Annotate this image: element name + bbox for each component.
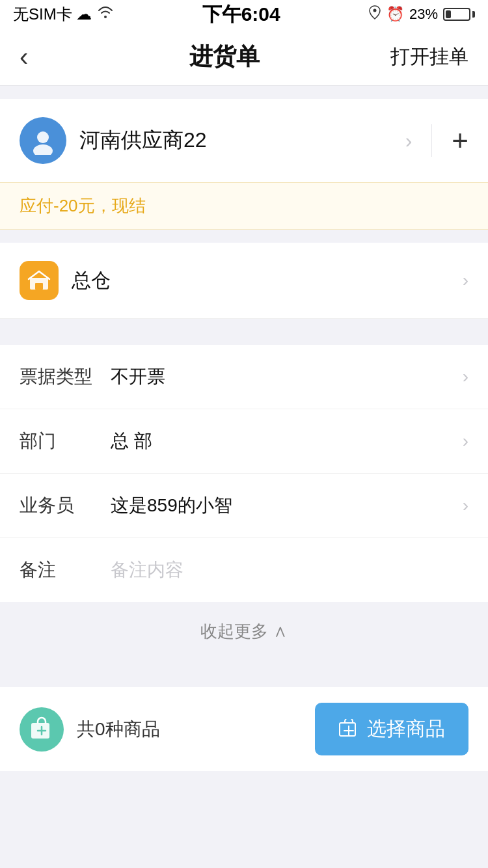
page-title: 进货单	[189, 41, 260, 73]
form-section: 票据类型 不开票 › 部门 总 部 › 业务员 这是859的小智 › 备注 备注…	[0, 345, 488, 602]
wifi-icon	[97, 6, 114, 23]
status-time: 下午6:04	[202, 1, 280, 28]
department-value: 总 部	[111, 429, 463, 454]
bottom-section: 共0种商品 选择商品	[0, 687, 488, 771]
svg-rect-4	[35, 283, 43, 290]
gap-3	[0, 319, 488, 332]
department-label: 部门	[20, 429, 111, 454]
supplier-row[interactable]: 河南供应商22 › +	[0, 99, 488, 182]
select-product-icon	[338, 719, 359, 740]
warehouse-name: 总仓	[72, 267, 463, 294]
svg-point-1	[37, 131, 49, 143]
back-button[interactable]: ‹	[20, 42, 59, 72]
divider	[431, 124, 432, 157]
select-product-label: 选择商品	[367, 716, 445, 742]
invoice-type-chevron-icon: ›	[463, 366, 468, 387]
supplier-avatar	[20, 117, 66, 164]
salesperson-label: 业务员	[20, 493, 111, 518]
svg-point-2	[33, 144, 53, 155]
battery-label: 23%	[409, 6, 438, 23]
collapse-label: 收起更多 ∧	[200, 620, 287, 643]
supplier-section: 河南供应商22 › + 应付-20元，现结	[0, 99, 488, 230]
location-icon	[368, 5, 381, 23]
supplier-name: 河南供应商22	[79, 126, 207, 155]
product-count: 共0种商品	[77, 717, 302, 742]
gap-4	[0, 661, 488, 674]
sim-label: 无SIM卡 ☁	[13, 4, 92, 25]
remark-value: 备注内容	[111, 558, 468, 582]
invoice-type-row[interactable]: 票据类型 不开票 ›	[0, 345, 488, 409]
warehouse-row[interactable]: 总仓 ›	[0, 243, 488, 319]
remark-row[interactable]: 备注 备注内容	[0, 538, 488, 602]
battery-icon	[443, 8, 475, 21]
select-product-button[interactable]: 选择商品	[315, 703, 468, 755]
status-left: 无SIM卡 ☁	[13, 4, 114, 25]
salesperson-row[interactable]: 业务员 这是859的小智 ›	[0, 474, 488, 538]
warehouse-icon	[20, 261, 59, 300]
invoice-type-label: 票据类型	[20, 364, 111, 389]
collapse-row[interactable]: 收起更多 ∧	[0, 602, 488, 661]
open-pending-button[interactable]: 打开挂单	[390, 44, 468, 70]
warehouse-chevron-icon: ›	[463, 270, 468, 291]
alarm-icon: ⏰	[386, 6, 404, 23]
warehouse-section: 总仓 ›	[0, 243, 488, 319]
svg-point-0	[373, 9, 376, 12]
gap-1	[0, 86, 488, 99]
department-chevron-icon: ›	[463, 431, 468, 452]
nav-bar: ‹ 进货单 打开挂单	[0, 29, 488, 86]
status-bar: 无SIM卡 ☁ 下午6:04 ⏰ 23%	[0, 0, 488, 29]
product-icon	[20, 707, 64, 752]
notice-bar: 应付-20元，现结	[0, 182, 488, 230]
remark-label: 备注	[20, 558, 111, 582]
salesperson-value: 这是859的小智	[111, 493, 463, 518]
svg-rect-6	[340, 723, 355, 736]
department-row[interactable]: 部门 总 部 ›	[0, 409, 488, 474]
add-supplier-button[interactable]: +	[452, 126, 468, 155]
supplier-info: 河南供应商22	[20, 117, 405, 164]
salesperson-chevron-icon: ›	[463, 495, 468, 516]
invoice-type-value: 不开票	[111, 364, 463, 389]
supplier-chevron-icon: ›	[405, 129, 413, 153]
gap-2	[0, 230, 488, 243]
status-right: ⏰ 23%	[368, 5, 475, 23]
